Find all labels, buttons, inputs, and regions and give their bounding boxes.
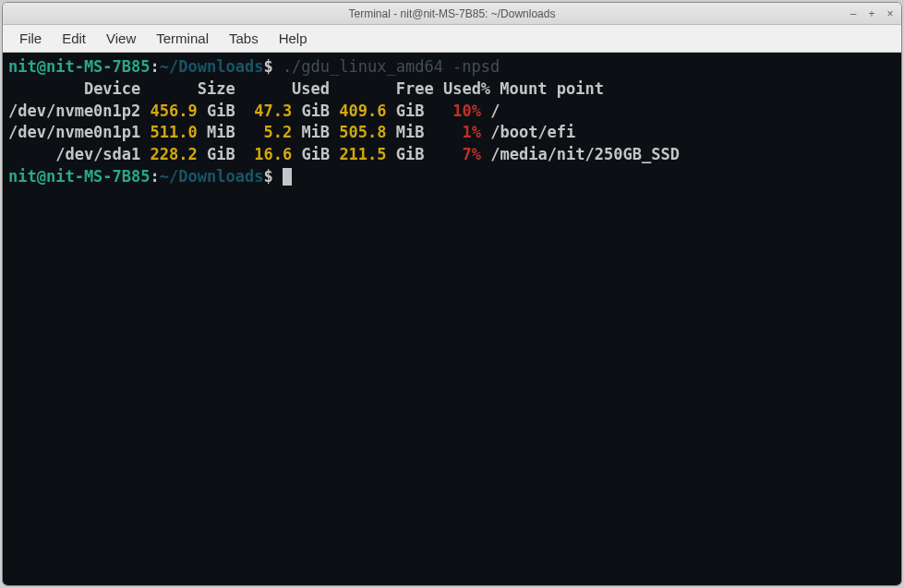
free-unit: MiB — [396, 123, 425, 141]
used-num: 16.6 — [254, 145, 292, 163]
size-num: 228.2 — [151, 145, 198, 163]
mount-cell: / — [490, 102, 500, 120]
maximize-button[interactable]: + — [866, 8, 877, 19]
prompt-path: ~/Downloads — [160, 167, 264, 186]
used-num: 47.3 — [254, 102, 292, 120]
prompt-path: ~/Downloads — [160, 57, 264, 76]
minimize-button[interactable]: – — [848, 8, 859, 19]
device-cell: /dev/sda1 — [55, 145, 140, 163]
prompt-colon: : — [151, 167, 160, 186]
terminal-window: Terminal - nit@nit-MS-7B85: ~/Downloads … — [2, 2, 902, 586]
used-unit: GiB — [301, 145, 330, 163]
header-used: Used — [292, 79, 330, 98]
header-device: Device — [84, 79, 140, 98]
header-size: Size — [198, 79, 235, 98]
table-row: /dev/nvme0n1p1 511.0 MiB 5.2 MiB 505.8 M… — [8, 122, 896, 144]
prompt-colon: : — [151, 57, 160, 76]
table-row: /dev/sda1 228.2 GiB 16.6 GiB 211.5 GiB 7… — [8, 144, 896, 166]
pct-cell: 1% — [462, 123, 480, 141]
header-free: Free — [396, 79, 434, 98]
prompt-symbol: $ — [263, 167, 272, 186]
free-num: 211.5 — [339, 145, 386, 163]
command-text: ./gdu_linux_amd64 -npsd — [283, 57, 500, 76]
menu-tabs[interactable]: Tabs — [220, 27, 268, 50]
pct-cell: 7% — [462, 145, 480, 163]
mount-cell: /media/nit/250GB_SSD — [490, 145, 680, 163]
device-cell: /dev/nvme0n1p1 — [8, 123, 140, 141]
size-unit: GiB — [207, 102, 235, 120]
menu-edit[interactable]: Edit — [53, 27, 95, 50]
header-mount: Mount point — [500, 79, 604, 98]
window-title: Terminal - nit@nit-MS-7B85: ~/Downloads — [349, 7, 556, 20]
used-unit: GiB — [301, 102, 330, 120]
size-unit: GiB — [207, 145, 235, 163]
used-unit: MiB — [301, 123, 330, 141]
header-used-pct: Used% — [443, 79, 490, 98]
prompt-user-host: nit@nit-MS-7B85 — [8, 57, 151, 76]
device-cell: /dev/nvme0n1p2 — [8, 102, 140, 120]
size-num: 511.0 — [151, 123, 198, 141]
free-num: 409.6 — [339, 102, 386, 120]
menubar: File Edit View Terminal Tabs Help — [3, 25, 901, 53]
prompt-line-2: nit@nit-MS-7B85:~/Downloads$ — [8, 166, 896, 188]
prompt-user-host: nit@nit-MS-7B85 — [8, 167, 151, 186]
size-num: 456.9 — [151, 102, 198, 120]
window-controls: – + × — [848, 8, 896, 19]
menu-help[interactable]: Help — [270, 27, 317, 50]
prompt-line-1: nit@nit-MS-7B85:~/Downloads$ ./gdu_linux… — [8, 56, 896, 78]
terminal-content[interactable]: nit@nit-MS-7B85:~/Downloads$ ./gdu_linux… — [3, 53, 901, 585]
menu-view[interactable]: View — [97, 27, 145, 50]
cursor-icon — [283, 168, 292, 186]
pct-cell: 10% — [452, 102, 481, 120]
used-num: 5.2 — [263, 123, 292, 141]
free-num: 505.8 — [339, 123, 386, 141]
window-titlebar: Terminal - nit@nit-MS-7B85: ~/Downloads … — [3, 3, 901, 25]
table-row: /dev/nvme0n1p2 456.9 GiB 47.3 GiB 409.6 … — [8, 101, 896, 123]
menu-terminal[interactable]: Terminal — [147, 27, 218, 50]
header-row: Device Size Used Free Used% Mount point — [8, 78, 896, 101]
menu-file[interactable]: File — [10, 27, 51, 50]
free-unit: GiB — [396, 102, 425, 120]
free-unit: GiB — [396, 145, 425, 163]
prompt-symbol: $ — [263, 57, 272, 76]
size-unit: MiB — [207, 123, 235, 141]
mount-cell: /boot/efi — [490, 123, 575, 141]
close-button[interactable]: × — [885, 8, 896, 19]
